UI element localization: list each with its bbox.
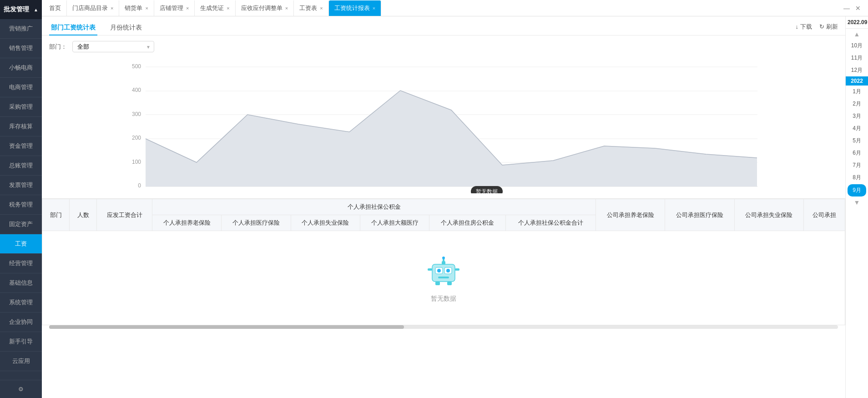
th-personal-total: 个人承担社保公积金合计 <box>505 215 595 231</box>
tab-label-sales-order: 销货单 <box>125 4 142 12</box>
timeline-item-7月[interactable]: 7月 <box>846 159 868 171</box>
tab-store-manage[interactable]: 店铺管理× <box>154 0 195 16</box>
timeline-item-3月[interactable]: 3月 <box>846 110 868 122</box>
sidebar-item-ecommerce-small[interactable]: 小畅电商 <box>0 58 42 78</box>
sidebar-item-assets[interactable]: 固定资产 <box>0 215 42 234</box>
sidebar-item-operations[interactable]: 经营管理 <box>0 254 42 273</box>
sub-tabs: 部门工资统计表月份统计表 ↓ 下载 ↻ 刷新 <box>42 16 845 35</box>
refresh-label: 刷新 <box>826 23 838 31</box>
tab-close-store-catalog[interactable]: × <box>111 5 113 11</box>
sidebar-item-invoice[interactable]: 发票管理 <box>0 176 42 195</box>
timeline-up-button[interactable]: ▲ <box>852 29 862 40</box>
tab-close-store-manage[interactable]: × <box>186 5 189 11</box>
dept-select-wrapper[interactable]: 全部销售部财务部人事部技术部 <box>72 41 154 52</box>
sidebar-item-marketing[interactable]: 营销推广 <box>0 19 42 39</box>
sidebar-footer-settings[interactable]: ⚙ <box>0 380 42 398</box>
timeline-item-2月[interactable]: 2月 <box>846 98 868 110</box>
timeline-item-1月[interactable]: 1月 <box>846 86 868 98</box>
tab-label-store-manage: 店铺管理 <box>160 4 183 12</box>
sidebar-item-finance[interactable]: 资金管理 <box>0 136 42 156</box>
th-personal-housing: 个人承担住房公积金 <box>429 215 506 231</box>
th-headcount: 人数 <box>70 199 97 231</box>
dept-select[interactable]: 全部销售部财务部人事部技术部 <box>72 41 154 52</box>
sidebar-item-cloud[interactable]: 云应用 <box>0 352 42 371</box>
download-button[interactable]: ↓ 下载 <box>796 23 812 31</box>
tab-close-sales-order[interactable]: × <box>145 5 148 11</box>
tab-close-ar-ap[interactable]: × <box>285 5 288 11</box>
svg-text:100: 100 <box>132 159 141 165</box>
svg-text:300: 300 <box>132 111 141 117</box>
tab-voucher[interactable]: 生成凭证× <box>195 0 235 16</box>
sidebar-item-inventory[interactable]: 库存核算 <box>0 117 42 136</box>
timeline-item-11月[interactable]: 11月 <box>846 52 868 64</box>
download-icon: ↓ <box>796 23 799 30</box>
sidebar-item-salary[interactable]: 工资 <box>0 234 42 254</box>
tab-label-payroll-report: 工资统计报表 <box>334 4 370 12</box>
tab-payroll[interactable]: 工资表× <box>294 0 328 16</box>
tab-label-store-catalog: 门店商品目录 <box>72 4 108 12</box>
timeline-item-12月[interactable]: 12月 <box>846 64 868 76</box>
tab-payroll-report[interactable]: 工资统计报表× <box>329 0 381 16</box>
th-company-other: 公司承担 <box>804 199 845 231</box>
th-total-salary: 应发工资合计 <box>97 199 152 231</box>
svg-rect-20 <box>438 277 449 278</box>
content-area: 部门工资统计表月份统计表 ↓ 下载 ↻ 刷新 部门： 全部销售部 <box>42 16 868 398</box>
sidebar-item-enterprise[interactable]: 企业协同 <box>0 312 42 332</box>
timeline-item-9月[interactable]: 9月 <box>848 184 866 196</box>
svg-text:400: 400 <box>132 87 141 93</box>
timeline-item-8月[interactable]: 8月 <box>846 171 868 184</box>
sidebar: 批发管理 ▲ 营销推广销售管理小畅电商电商管理采购管理库存核算资金管理总账管理发… <box>0 0 42 398</box>
sub-tabs-right: ↓ 下载 ↻ 刷新 <box>796 23 838 34</box>
th-personal-medical: 个人承担医疗保险 <box>222 215 291 231</box>
scroll-thumb[interactable] <box>49 325 404 329</box>
refresh-button[interactable]: ↻ 刷新 <box>819 23 838 31</box>
svg-rect-24 <box>428 268 432 271</box>
timeline-item-6月[interactable]: 6月 <box>846 147 868 159</box>
th-personal-critical: 个人承担大额医疗 <box>360 215 429 231</box>
tab-store-catalog[interactable]: 门店商品目录× <box>67 0 119 16</box>
sidebar-item-ledger[interactable]: 总账管理 <box>0 156 42 176</box>
sidebar-item-procurement[interactable]: 采购管理 <box>0 97 42 117</box>
filter-bar: 部门： 全部销售部财务部人事部技术部 <box>42 35 845 58</box>
th-company-pension: 公司承担养老保险 <box>596 199 665 231</box>
tab-home[interactable]: 首页 <box>44 0 67 16</box>
sidebar-item-newbie[interactable]: 新手引导 <box>0 332 42 352</box>
window-close-button[interactable]: ✕ <box>853 4 863 13</box>
timeline-down-button[interactable]: ▼ <box>852 197 862 208</box>
no-data-text: 暂无数据 <box>431 295 456 303</box>
sidebar-item-system[interactable]: 系统管理 <box>0 293 42 312</box>
svg-text:500: 500 <box>132 63 141 70</box>
dept-filter-label: 部门： <box>49 43 67 51</box>
sub-tab-month-stats[interactable]: 月份统计表 <box>108 21 144 35</box>
tab-close-payroll[interactable]: × <box>320 5 323 11</box>
timeline-item-4月[interactable]: 4月 <box>846 122 868 135</box>
main-content: 部门工资统计表月份统计表 ↓ 下载 ↻ 刷新 部门： 全部销售部 <box>42 16 845 398</box>
horizontal-scrollbar[interactable] <box>49 325 838 329</box>
table-section: 部门 人数 应发工资合计 个人承担社保公积金 公司承担养老保险 公司承担医疗保险… <box>42 198 845 398</box>
sidebar-item-sales[interactable]: 销售管理 <box>0 39 42 58</box>
sidebar-item-basic[interactable]: 基础信息 <box>0 273 42 293</box>
timeline-item-5月[interactable]: 5月 <box>846 135 868 147</box>
sidebar-item-ecommerce[interactable]: 电商管理 <box>0 78 42 97</box>
tab-close-voucher[interactable]: × <box>227 5 229 11</box>
sidebar-title: 批发管理 <box>4 5 29 14</box>
sub-tab-dept-stats[interactable]: 部门工资统计表 <box>49 21 97 35</box>
download-label: 下载 <box>800 23 812 31</box>
tab-sales-order[interactable]: 销货单× <box>119 0 154 16</box>
svg-rect-25 <box>455 268 459 271</box>
window-minimize-button[interactable]: — <box>842 4 852 13</box>
tab-label-voucher: 生成凭证 <box>200 4 224 12</box>
timeline-year-2022: 2022 <box>846 76 868 86</box>
svg-point-23 <box>442 257 445 259</box>
sidebar-header[interactable]: 批发管理 ▲ <box>0 0 42 19</box>
tab-ar-ap[interactable]: 应收应付调整单× <box>236 0 294 16</box>
sub-tabs-left: 部门工资统计表月份统计表 <box>49 21 144 35</box>
timeline-current-date: 2022.09 <box>846 16 868 29</box>
timeline-item-10月[interactable]: 10月 <box>846 40 868 52</box>
svg-rect-27 <box>447 282 452 285</box>
tab-close-payroll-report[interactable]: × <box>373 5 375 11</box>
data-table: 部门 人数 应发工资合计 个人承担社保公积金 公司承担养老保险 公司承担医疗保险… <box>42 199 845 325</box>
sidebar-item-tax[interactable]: 税务管理 <box>0 195 42 215</box>
settings-icon: ⚙ <box>18 386 24 393</box>
svg-text:暂无数据: 暂无数据 <box>476 188 498 193</box>
